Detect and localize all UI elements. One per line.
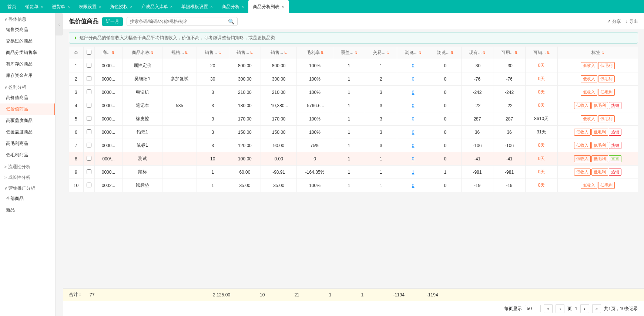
gross-margin-header[interactable]: 毛利率⇅: [297, 47, 333, 59]
settings-header[interactable]: ⚙: [69, 47, 83, 59]
export-button[interactable]: ↓ 导出: [625, 18, 638, 25]
sidebar-item-low-coverage[interactable]: 低覆盖度商品: [0, 126, 55, 138]
nav-tab-permissions[interactable]: 权限设置 ×: [74, 0, 105, 13]
browse2-header[interactable]: 浏览...⇅: [429, 47, 461, 59]
row-checkbox-cell[interactable]: [83, 72, 94, 86]
browse1-link[interactable]: 0: [412, 183, 415, 188]
browse1-link[interactable]: 0: [412, 77, 415, 82]
sidebar-item-traded-products[interactable]: 交易过的商品: [0, 35, 55, 47]
usable-stock-header[interactable]: 可用...⇅: [493, 47, 526, 59]
close-icon[interactable]: ×: [210, 4, 212, 9]
sidebar-section-profit[interactable]: ∨ 盈利分析: [0, 81, 55, 92]
name-header[interactable]: 商品名称⇅: [123, 47, 162, 59]
browse1-header[interactable]: 浏览...⇅: [397, 47, 429, 59]
share-button[interactable]: ↗ 分享: [607, 18, 621, 25]
close-icon[interactable]: ×: [41, 4, 43, 9]
row-checkbox[interactable]: [87, 103, 91, 108]
summary-coverage: 10: [260, 292, 265, 298]
row-coverage: 1: [333, 112, 365, 126]
row-checkbox[interactable]: [87, 183, 91, 187]
row-checkbox-cell[interactable]: [83, 59, 94, 72]
sidebar-item-high-value[interactable]: 高价值商品: [0, 92, 55, 103]
close-icon[interactable]: ×: [67, 4, 70, 9]
browse1-link[interactable]: 0: [412, 143, 415, 148]
close-icon[interactable]: ×: [242, 4, 244, 9]
sidebar-section-circulation[interactable]: > 流通性分析: [0, 161, 55, 171]
sidebar-item-all-products[interactable]: 全部商品: [0, 193, 55, 204]
row-checkbox[interactable]: [87, 129, 91, 134]
row-sellable-days: 0天: [525, 139, 557, 152]
search-input[interactable]: [130, 19, 228, 24]
time-filter-button[interactable]: 近一月: [102, 17, 123, 26]
row-checkbox[interactable]: [87, 143, 91, 147]
sellable-stock-header[interactable]: 可销...⇅: [525, 47, 557, 59]
row-checkbox-cell[interactable]: [83, 139, 94, 152]
per-page-select[interactable]: 50 100 200: [525, 305, 541, 312]
browse1-link[interactable]: 0: [412, 103, 415, 108]
row-checkbox[interactable]: [87, 156, 91, 161]
browse1-link[interactable]: 0: [412, 116, 415, 122]
spec-header[interactable]: 规格...⇅: [162, 47, 197, 59]
close-icon[interactable]: ×: [282, 4, 284, 9]
row-checkbox-cell[interactable]: [83, 112, 94, 126]
sidebar-item-low-margin[interactable]: 低毛利商品: [0, 149, 55, 161]
coverage-header[interactable]: 覆盖...⇅: [333, 47, 365, 59]
row-gross-margin: 100%: [297, 86, 333, 99]
sidebar-item-stocked-products[interactable]: 有库存的商品: [0, 58, 55, 70]
nav-tab-templates[interactable]: 单据模板设置 ×: [177, 0, 217, 13]
row-checkbox-cell[interactable]: [83, 126, 94, 139]
row-checkbox-cell[interactable]: [83, 86, 94, 99]
close-icon[interactable]: ×: [170, 4, 172, 9]
browse1-link[interactable]: 0: [412, 90, 415, 95]
sidebar-item-inventory-funds[interactable]: 库存资金占用: [0, 70, 55, 81]
browse1-link[interactable]: 0: [412, 156, 415, 162]
nav-tab-analysis-list[interactable]: 商品分析列表 ×: [248, 0, 288, 13]
sidebar-item-new-products[interactable]: 新品: [0, 204, 55, 216]
close-icon[interactable]: ×: [130, 4, 132, 9]
row-checkbox-cell[interactable]: [83, 152, 94, 166]
sidebar-collapse-button[interactable]: ‹: [56, 13, 63, 35]
sidebar-item-low-value[interactable]: 低价值商品: [0, 103, 55, 115]
browse1-link[interactable]: 1: [412, 170, 415, 175]
next-page-button[interactable]: ›: [580, 304, 589, 313]
select-all-checkbox[interactable]: [87, 50, 91, 55]
nav-tab-inventory[interactable]: 产成品入库单 ×: [137, 0, 177, 13]
current-stock-header[interactable]: 现有...⇅: [461, 47, 493, 59]
browse1-link[interactable]: 0: [412, 63, 415, 68]
first-page-button[interactable]: «: [544, 304, 553, 313]
sidebar-section-overall[interactable]: ∨ 整体信息: [0, 13, 55, 24]
sidebar-section-growth[interactable]: > 成长性分析: [0, 171, 55, 182]
prev-page-button[interactable]: ‹: [556, 304, 564, 313]
checkbox-header[interactable]: [83, 47, 94, 59]
nav-tab-home[interactable]: 首页: [3, 0, 21, 13]
row-checkbox-cell[interactable]: [83, 179, 94, 192]
row-checkbox-cell[interactable]: [83, 99, 94, 112]
row-checkbox[interactable]: [87, 76, 91, 81]
sidebar-item-sales-products[interactable]: 销售类商品: [0, 24, 55, 35]
row-sellable-days: 0天: [525, 72, 557, 86]
last-page-button[interactable]: »: [592, 304, 601, 313]
row-checkbox[interactable]: [87, 169, 91, 174]
nav-tab-analysis[interactable]: 商品分析 ×: [217, 0, 248, 13]
tags-header[interactable]: 标签⇅: [557, 47, 638, 59]
row-checkbox[interactable]: [87, 63, 91, 68]
sidebar-section-marketing[interactable]: ∨ 营销推广分析: [0, 182, 55, 193]
nav-tab-roles[interactable]: 角色授权 ×: [105, 0, 137, 13]
browse1-link[interactable]: 0: [412, 130, 415, 135]
sales-amount-header[interactable]: 销售...⇅: [229, 47, 261, 59]
row-checkbox[interactable]: [87, 89, 91, 94]
row-checkbox[interactable]: [87, 116, 91, 121]
search-icon[interactable]: 🔍: [228, 18, 234, 24]
code-header[interactable]: 商...⇅: [94, 47, 123, 59]
total-pages: 共1页，10条记录: [604, 306, 638, 312]
nav-tab-sales[interactable]: 销货单 ×: [21, 0, 47, 13]
nav-tab-purchase[interactable]: 进货单 ×: [47, 0, 74, 13]
sidebar-item-category-rate[interactable]: 商品分类销售率: [0, 47, 55, 58]
sidebar-item-high-margin[interactable]: 高毛利商品: [0, 138, 55, 149]
sales-qty-header[interactable]: 销售...⇅: [197, 47, 229, 59]
sales-avg-header[interactable]: 销售...⇅: [261, 47, 297, 59]
close-icon[interactable]: ×: [99, 4, 101, 9]
row-checkbox-cell[interactable]: [83, 166, 94, 179]
transaction-header[interactable]: 交易...⇅: [365, 47, 397, 59]
sidebar-item-high-coverage[interactable]: 高覆盖度商品: [0, 115, 55, 126]
